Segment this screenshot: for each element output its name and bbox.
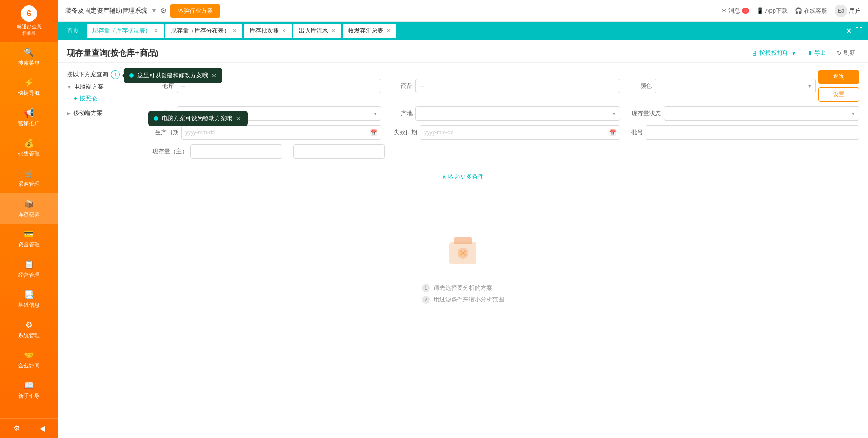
expiry-date-input[interactable]: yyyy-mm-dd 📅	[420, 125, 620, 140]
sidebar-item-search-menu[interactable]: 🔍 搜索菜单	[0, 42, 58, 72]
tab-batch-account[interactable]: 库存批次账 ✕	[244, 24, 292, 38]
sidebar: 6 畅通好生意 标准版 🔍 搜索菜单 ⚡ 快捷导航 📢 营销推广 💰 销售管理 …	[0, 0, 58, 438]
sidebar-item-label: 搜索菜单	[18, 59, 40, 67]
message-action[interactable]: ✉ 消息 8	[722, 7, 749, 15]
filter-add-btn[interactable]: + 这里可以创建和修改方案哦 ✕	[111, 70, 120, 79]
sidebar-item-label: 基础信息	[18, 301, 40, 309]
filter-batch-no: 批号	[629, 125, 859, 140]
reset-btn[interactable]: 设置	[818, 87, 859, 102]
size-dropdown-icon: ▼	[373, 111, 377, 116]
empty-svg	[440, 228, 486, 273]
system-dropdown-icon[interactable]: ▼	[151, 7, 157, 14]
sidebar-item-sales[interactable]: 💰 销售管理	[0, 133, 58, 163]
export-btn[interactable]: ⬇ 导出	[804, 47, 830, 59]
filter-stock-status: 现存量状态 ▼	[629, 106, 859, 121]
filter-row-3: 生产日期 yyyy-mm-dd 📅 失效日期 yyyy-mm-dd	[151, 125, 859, 140]
sidebar-item-quick-nav[interactable]: ⚡ 快捷导航	[0, 72, 58, 103]
collapse-arrow-icon: ∧	[442, 174, 447, 180]
sidebar-item-basic-info[interactable]: 📑 基础信息	[0, 284, 58, 315]
tooltip-close-btn[interactable]: ✕	[236, 115, 241, 122]
tab-close-all-icon[interactable]: ✕	[846, 27, 852, 35]
tooltip-dot	[129, 73, 134, 78]
tab-label: 出入库流水	[299, 27, 328, 35]
color-label: 颜色	[629, 82, 652, 90]
sidebar-item-purchase[interactable]: 🛒 采购管理	[0, 163, 58, 193]
marketing-icon: 📢	[24, 108, 34, 118]
batch-no-input[interactable]	[646, 125, 859, 140]
batch-no-label: 批号	[629, 128, 643, 137]
scheme-bullet	[74, 97, 77, 100]
sidebar-nav: 🔍 搜索菜单 ⚡ 快捷导航 📢 营销推广 💰 销售管理 🛒 采购管理 📦 库存核…	[0, 42, 58, 418]
step-num-1: 1	[422, 284, 430, 292]
color-select[interactable]	[655, 79, 816, 93]
print-btn[interactable]: 🖨 按模板打印 ▼	[748, 47, 800, 59]
sidebar-item-finance[interactable]: 💳 资金管理	[0, 224, 58, 254]
tab-close-icon[interactable]: ✕	[154, 28, 158, 34]
search-buttons-color: 查询 设置	[818, 70, 859, 102]
sidebar-item-system[interactable]: ⚙ 系统管理	[0, 315, 58, 345]
page-actions: 🖨 按模板打印 ▼ ⬇ 导出 ↻ 刷新	[748, 47, 859, 59]
export-icon: ⬇	[807, 50, 812, 57]
content-area: 现存量查询(按仓库+商品) 🖨 按模板打印 ▼ ⬇ 导出 ↻ 刷新	[58, 40, 868, 438]
empty-state: 1 请先选择要分析的方案 2 用过滤条件来缩小分析范围	[58, 192, 868, 344]
settings-bottom-btn[interactable]: ⚙	[14, 424, 20, 433]
filter-production-date: 生产日期 yyyy-mm-dd 📅	[151, 125, 381, 140]
desktop-scheme-header[interactable]: ▼ 电脑端方案	[67, 83, 138, 91]
settings-gear-icon[interactable]: ⚙	[160, 6, 167, 15]
origin-dropdown-icon: ▼	[612, 111, 617, 116]
page-title: 现存量查询(按仓库+商品)	[67, 47, 159, 58]
sidebar-item-guide[interactable]: 📖 新手引导	[0, 375, 58, 405]
step-num-2: 2	[422, 296, 430, 304]
sidebar-item-label: 库存核算	[18, 211, 40, 218]
filter-row-1: 仓库 ··· 商品 ···	[151, 70, 859, 102]
scheme-by-warehouse[interactable]: 按照仓	[74, 94, 138, 103]
origin-select[interactable]	[415, 106, 620, 121]
sidebar-item-inventory[interactable]: 📦 库存核算	[0, 193, 58, 224]
production-date-label: 生产日期	[151, 128, 179, 137]
goods-label: 商品	[390, 82, 413, 90]
sidebar-item-operations[interactable]: 📋 经营管理	[0, 254, 58, 284]
refresh-btn[interactable]: ↻ 刷新	[833, 47, 859, 59]
goods-input[interactable]: ···	[415, 79, 620, 93]
mobile-scheme-header[interactable]: ▶ 移动端方案	[67, 109, 138, 117]
sidebar-item-enterprise[interactable]: 🤝 企业协同	[0, 345, 58, 375]
tab-home[interactable]: 首页	[60, 22, 86, 40]
search-menu-icon: 🔍	[24, 47, 34, 57]
stock-status-select[interactable]	[664, 106, 859, 121]
tab-summary[interactable]: 收发存汇总表 ✕	[343, 24, 396, 38]
dropdown-icon: ▼	[791, 50, 797, 57]
sidebar-item-label: 营销推广	[18, 120, 40, 127]
collapse-btn[interactable]: ∧ 收起更多条件	[67, 169, 859, 184]
sidebar-item-marketing[interactable]: 📢 营销推广	[0, 103, 58, 133]
message-badge: 8	[742, 8, 749, 14]
top-header: 装备及固定资产辅助管理系统 ▼ ⚙ 体验行业方案 ✉ 消息 8 📱 App下载 …	[58, 0, 868, 22]
step-text-2: 用过滤条件来缩小分析范围	[434, 296, 504, 304]
tab-close-icon[interactable]: ✕	[386, 28, 391, 34]
production-date-placeholder: yyyy-mm-dd	[185, 129, 215, 136]
stock-main-to-input[interactable]	[293, 144, 385, 159]
tab-in-out-flow[interactable]: 出入库流水 ✕	[293, 24, 341, 38]
tab-inventory-status[interactable]: 现存量（库存状况表） ✕	[87, 24, 164, 38]
app-download-action[interactable]: 📱 App下载	[756, 7, 788, 15]
collapse-sidebar-btn[interactable]: ◀	[39, 424, 45, 433]
tab-close-icon[interactable]: ✕	[232, 28, 237, 34]
tab-close-icon[interactable]: ✕	[282, 28, 286, 34]
industry-btn[interactable]: 体验行业方案	[170, 4, 220, 18]
search-btn[interactable]: 查询	[818, 70, 859, 84]
filter-origin: 产地 ▼	[390, 106, 620, 121]
stock-main-from-input[interactable]	[190, 144, 282, 159]
tooltip-close-btn[interactable]: ✕	[212, 72, 217, 79]
step-text-1: 请先选择要分析的方案	[434, 284, 492, 292]
filter-row-4: 现存量（主） —	[151, 144, 385, 159]
empty-step-1: 1 请先选择要分析的方案	[422, 284, 504, 292]
tab-label: 库存批次账	[250, 27, 279, 35]
tab-fullscreen-icon[interactable]: ⛶	[855, 27, 863, 35]
online-support-action[interactable]: 🎧 在线客服	[795, 7, 827, 15]
tab-inventory-dist[interactable]: 现存量（库存分布表） ✕	[165, 24, 242, 38]
expiry-date-label: 失效日期	[390, 128, 417, 137]
tab-close-icon[interactable]: ✕	[331, 28, 335, 34]
desktop-scheme-label: 电脑端方案	[74, 83, 104, 91]
user-action[interactable]: Ea 用户	[835, 5, 861, 17]
production-date-input[interactable]: yyyy-mm-dd 📅	[181, 125, 381, 140]
expiry-date-placeholder: yyyy-mm-dd	[424, 129, 453, 136]
